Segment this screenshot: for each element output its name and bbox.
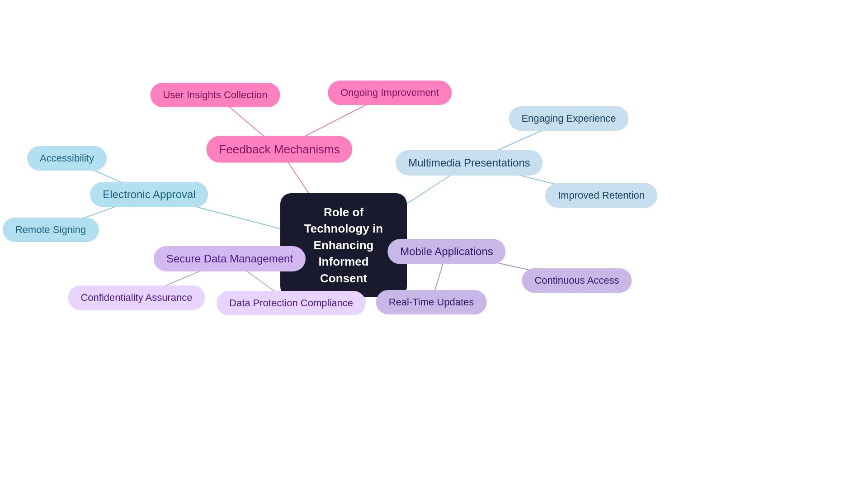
node-electronic: Electronic Approval [90, 182, 208, 207]
node-ongoing: Ongoing Improvement [328, 81, 452, 105]
node-feedback: Feedback Mechanisms [206, 136, 352, 163]
mindmap: Role of Technology in Enhancing Informed… [0, 0, 868, 490]
node-user-insights: User Insights Collection [150, 83, 280, 107]
center-node: Role of Technology in Enhancing Informed… [280, 193, 407, 297]
node-mobile: Mobile Applications [387, 239, 505, 264]
node-multimedia: Multimedia Presentations [396, 150, 542, 176]
node-remote-signing: Remote Signing [3, 218, 99, 242]
node-realtime: Real-Time Updates [376, 290, 487, 314]
node-confidentiality: Confidentiality Assurance [68, 285, 205, 310]
node-accessibility: Accessibility [27, 146, 107, 171]
node-data-protection: Data Protection Compliance [217, 291, 366, 315]
node-improved-retention: Improved Retention [545, 183, 657, 208]
center-label: Role of Technology in Enhancing Informed… [295, 204, 392, 286]
node-continuous: Continuous Access [522, 268, 632, 293]
node-secure-data: Secure Data Management [154, 246, 306, 271]
node-engaging: Engaging Experience [509, 106, 628, 131]
